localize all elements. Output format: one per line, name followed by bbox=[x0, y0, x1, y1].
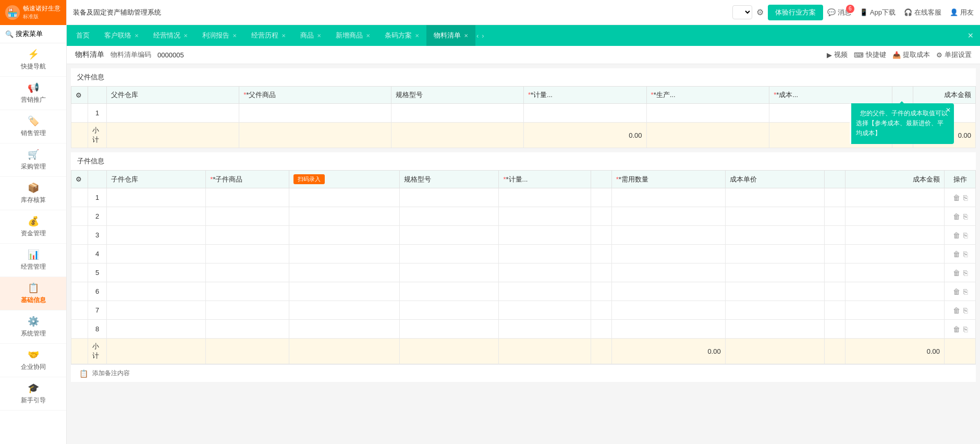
child-row-qty[interactable] bbox=[611, 263, 725, 282]
copy-icon[interactable]: ⎘ bbox=[963, 306, 967, 315]
tab-add-goods-close[interactable]: ✕ bbox=[366, 33, 370, 39]
tab-profit-report[interactable]: 利润报告 ✕ bbox=[195, 25, 244, 46]
shortcut-btn[interactable]: ⌨ 快捷键 bbox=[854, 50, 886, 59]
delete-icon[interactable]: 🗑 bbox=[953, 269, 960, 277]
copy-icon[interactable]: ⎘ bbox=[963, 269, 967, 277]
child-row-qty[interactable] bbox=[611, 245, 725, 263]
copy-icon[interactable]: ⎘ bbox=[963, 250, 967, 258]
extract-cost-btn[interactable]: 📥 提取成本 bbox=[892, 50, 930, 59]
online-service-btn[interactable]: 🎧 在线客服 bbox=[904, 8, 941, 17]
delete-icon[interactable]: 🗑 bbox=[953, 250, 960, 258]
tab-customer[interactable]: 客户联络 ✕ bbox=[97, 25, 146, 46]
tab-bom[interactable]: 物料清单 ✕ bbox=[426, 25, 475, 46]
tab-operation-history[interactable]: 经营历程 ✕ bbox=[244, 25, 293, 46]
sidebar-item-operation[interactable]: 📊 经营管理 bbox=[0, 244, 66, 277]
tab-add-goods[interactable]: 新增商品 ✕ bbox=[328, 25, 377, 46]
child-row-unit[interactable] bbox=[499, 188, 591, 207]
experience-btn[interactable]: 体验行业方案 bbox=[768, 5, 823, 20]
child-row-unit-cost[interactable] bbox=[725, 226, 824, 245]
copy-icon[interactable]: ⎘ bbox=[963, 231, 967, 239]
parent-row-product[interactable] bbox=[239, 104, 391, 123]
user-menu[interactable]: 👤 用友 bbox=[950, 8, 974, 17]
sidebar-item-inventory[interactable]: 📦 库存核算 bbox=[0, 177, 66, 210]
child-row-qty[interactable] bbox=[611, 226, 725, 245]
video-btn[interactable]: ▶ 视频 bbox=[827, 50, 848, 59]
delete-icon[interactable]: 🗑 bbox=[953, 287, 960, 296]
child-row-unit-cost[interactable] bbox=[725, 282, 824, 301]
child-col-scan-btn[interactable]: 扫码录入 bbox=[289, 171, 400, 188]
message-btn[interactable]: 💬 6 消息 bbox=[827, 8, 851, 17]
tab-op-status-close[interactable]: ✕ bbox=[183, 33, 188, 39]
child-row-unit-cost[interactable] bbox=[725, 301, 824, 320]
parent-row-produce[interactable] bbox=[646, 104, 769, 123]
child-row-unit-cost[interactable] bbox=[725, 188, 824, 207]
child-row-spec[interactable] bbox=[400, 245, 499, 263]
child-row-qty[interactable] bbox=[611, 282, 725, 301]
nav-prev-icon[interactable]: ‹ bbox=[475, 32, 480, 40]
child-row-unit[interactable] bbox=[499, 207, 591, 226]
sidebar-item-marketing[interactable]: 📢 营销推广 bbox=[0, 77, 66, 110]
sidebar-item-enterprise[interactable]: 🤝 企业协同 bbox=[0, 344, 66, 377]
tab-barcode-close[interactable]: ✕ bbox=[415, 33, 419, 39]
tab-home[interactable]: 首页 bbox=[69, 25, 97, 46]
tab-barcode[interactable]: 条码方案 ✕ bbox=[377, 25, 426, 46]
parent-row-unit[interactable] bbox=[523, 104, 646, 123]
child-row-warehouse[interactable] bbox=[107, 207, 206, 226]
gear-icon[interactable]: ⚙ bbox=[756, 7, 764, 17]
child-row-unit-cost[interactable] bbox=[725, 320, 824, 339]
sidebar-item-system[interactable]: ⚙️ 系统管理 bbox=[0, 310, 66, 344]
sidebar-item-quick-nav[interactable]: ⚡ 快捷导航 bbox=[0, 43, 66, 77]
nav-next-icon[interactable]: › bbox=[481, 32, 485, 40]
child-row-spec[interactable] bbox=[400, 207, 499, 226]
child-row-spec[interactable] bbox=[400, 301, 499, 320]
app-download-btn[interactable]: 📱 App下载 bbox=[860, 8, 896, 17]
child-row-warehouse[interactable] bbox=[107, 263, 206, 282]
tab-goods[interactable]: 商品 ✕ bbox=[293, 25, 328, 46]
child-row-unit-cost[interactable] bbox=[725, 263, 824, 282]
child-row-product[interactable] bbox=[206, 188, 289, 207]
child-row-warehouse[interactable] bbox=[107, 320, 206, 339]
sidebar-item-purchase[interactable]: 🛒 采购管理 bbox=[0, 143, 66, 177]
child-row-spec[interactable] bbox=[400, 226, 499, 245]
tab-goods-close[interactable]: ✕ bbox=[317, 33, 321, 39]
copy-icon[interactable]: ⎘ bbox=[963, 287, 967, 296]
child-row-qty[interactable] bbox=[611, 301, 725, 320]
parent-row-warehouse[interactable] bbox=[107, 104, 239, 123]
child-row-unit[interactable] bbox=[499, 282, 591, 301]
child-row-qty[interactable] bbox=[611, 188, 725, 207]
tab-bom-close[interactable]: ✕ bbox=[464, 33, 468, 39]
child-row-product[interactable] bbox=[206, 282, 289, 301]
tab-profit-close[interactable]: ✕ bbox=[232, 33, 237, 39]
delete-icon[interactable]: 🗑 bbox=[953, 231, 960, 239]
copy-icon[interactable]: ⎘ bbox=[963, 194, 967, 202]
child-row-warehouse[interactable] bbox=[107, 188, 206, 207]
child-row-product[interactable] bbox=[206, 320, 289, 339]
child-row-product[interactable] bbox=[206, 263, 289, 282]
delete-icon[interactable]: 🗑 bbox=[953, 325, 960, 333]
scan-input-btn[interactable]: 扫码录入 bbox=[293, 174, 325, 184]
system-select[interactable] bbox=[732, 5, 752, 19]
sidebar-item-finance[interactable]: 💰 资金管理 bbox=[0, 210, 66, 244]
close-tab-btn[interactable]: ✕ bbox=[963, 31, 978, 40]
child-row-unit[interactable] bbox=[499, 245, 591, 263]
copy-icon[interactable]: ⎘ bbox=[963, 325, 967, 333]
child-row-unit-cost[interactable] bbox=[725, 207, 824, 226]
child-row-warehouse[interactable] bbox=[107, 301, 206, 320]
child-row-spec[interactable] bbox=[400, 320, 499, 339]
child-row-product[interactable] bbox=[206, 245, 289, 263]
doc-settings-btn[interactable]: ⚙ 单据设置 bbox=[936, 50, 972, 59]
child-row-unit[interactable] bbox=[499, 320, 591, 339]
child-row-warehouse[interactable] bbox=[107, 282, 206, 301]
child-row-unit-cost[interactable] bbox=[725, 245, 824, 263]
copy-icon[interactable]: ⎘ bbox=[963, 212, 967, 221]
child-row-qty[interactable] bbox=[611, 207, 725, 226]
child-row-unit[interactable] bbox=[499, 263, 591, 282]
child-row-warehouse[interactable] bbox=[107, 226, 206, 245]
sidebar-item-sales[interactable]: 🏷️ 销售管理 bbox=[0, 110, 66, 143]
child-row-spec[interactable] bbox=[400, 282, 499, 301]
sidebar-search[interactable]: 🔍 搜索菜单 bbox=[0, 25, 66, 43]
child-row-product[interactable] bbox=[206, 301, 289, 320]
child-row-spec[interactable] bbox=[400, 263, 499, 282]
delete-icon[interactable]: 🗑 bbox=[953, 212, 960, 221]
tab-customer-close[interactable]: ✕ bbox=[134, 33, 139, 39]
